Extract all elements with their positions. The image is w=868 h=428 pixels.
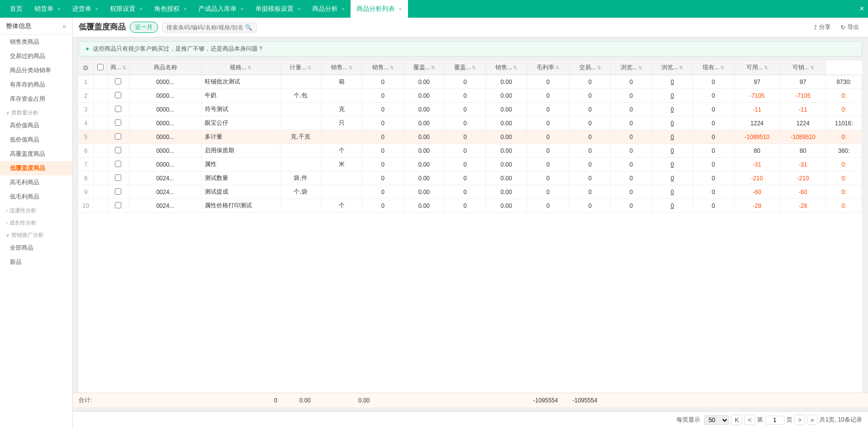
- row-checkbox[interactable]: [115, 106, 121, 112]
- row-checkbox[interactable]: [115, 188, 121, 195]
- sidebar-item-sales-goods[interactable]: 销售类商品: [0, 35, 72, 49]
- nav-tab-permission[interactable]: 权限设置 ×: [104, 0, 148, 18]
- sidebar-section-marketing[interactable]: ∨ 营销推广分析: [0, 228, 72, 241]
- sidebar-item-low-margin[interactable]: 低毛利商品: [0, 190, 72, 204]
- sidebar-item-category-rate[interactable]: 商品分类动销率: [0, 63, 72, 78]
- col-sales3[interactable]: 销售...⇅: [486, 60, 527, 75]
- nav-close-analysis-list[interactable]: ×: [399, 6, 402, 12]
- row-sales3: 0: [527, 199, 570, 213]
- sidebar-collapse-btn[interactable]: «: [62, 22, 66, 30]
- sidebar-item-all-goods[interactable]: 全部商品: [0, 241, 72, 255]
- row-sales2: 0.00: [404, 89, 445, 103]
- col-unit[interactable]: 计量...⇅: [280, 60, 321, 75]
- nav-close-warehouse[interactable]: ×: [241, 6, 244, 12]
- window-close-btn[interactable]: ×: [860, 4, 864, 13]
- nav-tab-template[interactable]: 单据模板设置 ×: [249, 0, 306, 18]
- sidebar-item-high-value[interactable]: 高价值商品: [0, 118, 72, 133]
- col-cover2[interactable]: 覆盖...⇅: [444, 60, 486, 75]
- row-browse1[interactable]: 0: [651, 199, 693, 213]
- col-gear[interactable]: ⚙: [79, 60, 93, 75]
- row-margin: 0: [570, 130, 611, 144]
- row-current: -28: [734, 199, 780, 213]
- row-browse1[interactable]: 0: [651, 185, 693, 199]
- row-browse1[interactable]: 0: [651, 89, 693, 103]
- nav-tab-home[interactable]: 首页: [4, 0, 28, 18]
- nav-close-permission[interactable]: ×: [139, 6, 142, 12]
- next-page-btn[interactable]: >: [794, 415, 805, 425]
- row-margin: 0: [570, 144, 611, 158]
- row-browse1[interactable]: 0: [651, 75, 693, 89]
- sidebar-item-new-goods[interactable]: 新品: [0, 255, 72, 269]
- row-trans: 0: [611, 89, 652, 103]
- gear-icon[interactable]: ⚙: [82, 64, 89, 72]
- col-spec[interactable]: 规格...⇅: [201, 60, 280, 75]
- total-info: 共1页, 10条记录: [819, 416, 862, 424]
- search-input[interactable]: [166, 24, 245, 31]
- col-cover1[interactable]: 覆盖...⇅: [404, 60, 445, 75]
- row-checkbox[interactable]: [115, 174, 121, 181]
- row-checkbox[interactable]: [115, 161, 121, 167]
- nav-tab-analysis[interactable]: 商品分析 ×: [306, 0, 351, 18]
- row-spec: 克,千克: [280, 130, 321, 144]
- sidebar-item-traded-goods[interactable]: 交易过的商品: [0, 49, 72, 63]
- nav-close-analysis[interactable]: ×: [342, 6, 345, 12]
- row-browse1[interactable]: 0: [651, 116, 693, 130]
- prev-page-btn[interactable]: <: [744, 415, 755, 425]
- sidebar-item-stock-goods[interactable]: 有库存的商品: [0, 78, 72, 92]
- export-btn[interactable]: ↻ 导出: [838, 22, 862, 32]
- col-sales1[interactable]: 销售...⇅: [321, 60, 362, 75]
- page-size-select[interactable]: 50 100 200: [704, 415, 729, 425]
- page-input[interactable]: [765, 416, 785, 425]
- last-page-btn[interactable]: »: [807, 415, 817, 425]
- col-browse1[interactable]: 浏览...⇅: [611, 60, 652, 75]
- row-browse1[interactable]: 0: [651, 171, 693, 185]
- row-browse1[interactable]: 0: [651, 158, 693, 171]
- nav-tab-role[interactable]: 角色授权 ×: [148, 0, 192, 18]
- col-name[interactable]: 商品名称: [129, 60, 201, 75]
- sidebar-item-high-coverage[interactable]: 高覆盖度商品: [0, 147, 72, 161]
- scroll-bar[interactable]: [79, 407, 862, 411]
- filter-btn[interactable]: 近一月: [130, 22, 158, 33]
- search-icon[interactable]: 🔍: [245, 24, 252, 31]
- nav-close-purchase[interactable]: ×: [95, 6, 98, 12]
- col-avail[interactable]: 可用...⇅: [734, 60, 780, 75]
- row-checkbox[interactable]: [115, 92, 121, 98]
- sidebar-item-low-coverage[interactable]: 低覆盖度商品: [0, 161, 72, 175]
- row-browse1[interactable]: 0: [651, 103, 693, 116]
- row-sales3: 0: [527, 116, 570, 130]
- col-browse2[interactable]: 浏览...⇅: [651, 60, 693, 75]
- nav-close-template[interactable]: ×: [298, 6, 300, 12]
- col-current[interactable]: 现有...⇅: [693, 60, 734, 75]
- sidebar-item-stock-capital[interactable]: 库存资金占用: [0, 92, 72, 106]
- nav-tab-analysis-list[interactable]: 商品分析列表 ×: [351, 0, 407, 18]
- row-checkbox[interactable]: [115, 202, 121, 208]
- col-code[interactable]: 商...⇅: [107, 60, 129, 75]
- sidebar-item-low-value[interactable]: 低价值商品: [0, 133, 72, 147]
- col-margin[interactable]: 毛利率⇅: [527, 60, 570, 75]
- nav-tab-purchase[interactable]: 进货单 ×: [66, 0, 104, 18]
- row-browse1[interactable]: 0: [651, 144, 693, 158]
- sidebar-section-group-analysis[interactable]: ∨ 类群量分析: [0, 106, 72, 118]
- first-page-btn[interactable]: K: [731, 415, 742, 425]
- row-margin: 0: [570, 171, 611, 185]
- nav-tab-warehouse[interactable]: 产成品入库单 ×: [192, 0, 249, 18]
- select-all-checkbox[interactable]: [97, 64, 104, 70]
- row-checkbox[interactable]: [115, 78, 121, 85]
- row-checkbox[interactable]: [115, 147, 121, 153]
- nav-close-role[interactable]: ×: [184, 6, 187, 12]
- row-checkbox[interactable]: [115, 119, 121, 126]
- sidebar-section-growth[interactable]: › 成长性分析: [0, 216, 72, 228]
- row-sales2: 0.00: [404, 158, 445, 171]
- row-checkbox[interactable]: [115, 133, 121, 140]
- row-browse1[interactable]: 0: [651, 130, 693, 144]
- col-trans[interactable]: 交易...⇅: [570, 60, 611, 75]
- nav-close-sales[interactable]: ×: [57, 6, 60, 12]
- col-sellable[interactable]: 可销...⇅: [780, 60, 826, 75]
- nav-tab-sales[interactable]: 销货单 ×: [28, 0, 66, 18]
- share-btn[interactable]: ⤴ 分享: [811, 22, 834, 32]
- row-num: 9: [79, 185, 93, 199]
- col-sales2[interactable]: 销售...⇅: [362, 60, 404, 75]
- sidebar-section-flow[interactable]: › 流通性分析: [0, 204, 72, 216]
- sidebar-item-high-margin[interactable]: 高毛利商品: [0, 175, 72, 190]
- row-browse2: 0: [693, 185, 734, 199]
